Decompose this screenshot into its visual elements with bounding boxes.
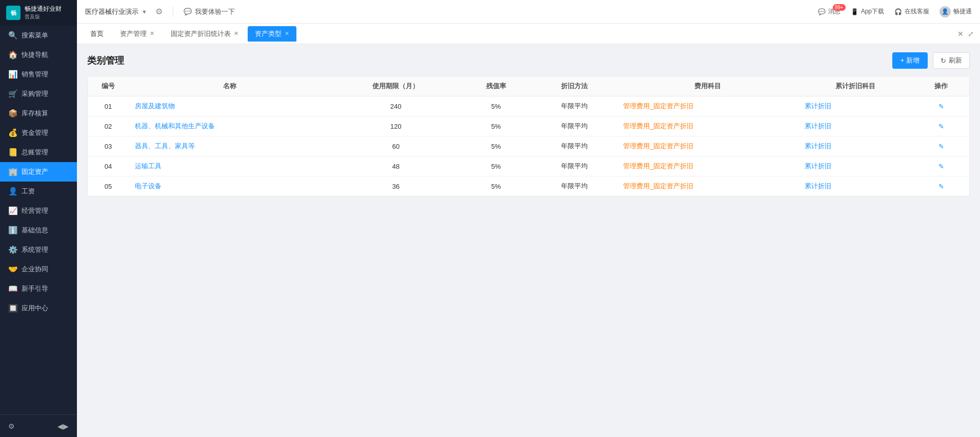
- col-method: 折旧方法: [531, 76, 617, 96]
- table-row: 05 电子设备 36 5% 年限平均 管理费用_固定资产折旧 累计折旧 ✎: [88, 176, 969, 196]
- col-accum-subject: 累计折旧科目: [798, 76, 913, 96]
- logo-title: 畅捷通好业财: [25, 5, 62, 13]
- cell-fee-subject: 管理费用_固定资产折旧: [617, 176, 798, 196]
- sidebar-item-funds[interactable]: 💰 资金管理: [0, 123, 77, 143]
- col-actions: 操作: [913, 76, 969, 96]
- tab-depreciation-stats-label: 固定资产折旧统计表: [171, 29, 231, 38]
- sidebar-item-quick-nav[interactable]: 🏠 快捷导航: [0, 45, 77, 65]
- edit-icon[interactable]: ✎: [938, 163, 944, 170]
- sidebar-logo: 畅 畅捷通好业财 普及版: [0, 0, 77, 26]
- cell-fee-subject: 管理费用_固定资产折旧: [617, 156, 798, 176]
- sidebar-item-label: 基础信息: [22, 226, 48, 235]
- cell-id: 05: [88, 176, 129, 196]
- tab-depreciation-stats[interactable]: 固定资产折旧统计表 ✕: [164, 26, 246, 42]
- app-download-button[interactable]: 📱 App下载: [851, 7, 884, 16]
- cell-accum-subject: 累计折旧: [798, 116, 913, 136]
- tab-asset-type[interactable]: 资产类型 ✕: [248, 26, 296, 42]
- sidebar-item-label: 采购管理: [22, 89, 48, 98]
- cell-edit[interactable]: ✎: [913, 176, 969, 196]
- col-id: 编号: [88, 76, 129, 96]
- cell-edit[interactable]: ✎: [913, 136, 969, 156]
- refresh-icon: ↻: [941, 57, 946, 65]
- refresh-button[interactable]: ↻ 刷新: [933, 52, 970, 69]
- sidebar-item-label: 资金管理: [22, 128, 48, 137]
- enterprise-icon: 🤝: [8, 265, 17, 274]
- cell-edit[interactable]: ✎: [913, 116, 969, 136]
- tab-home[interactable]: 首页: [83, 26, 111, 42]
- sidebar-item-sales[interactable]: 📊 销售管理: [0, 65, 77, 84]
- notifications-icon: 💬: [818, 8, 826, 15]
- cell-name[interactable]: 房屋及建筑物: [129, 96, 331, 116]
- tab-asset-type-close[interactable]: ✕: [285, 30, 289, 37]
- tab-asset-type-label: 资产类型: [255, 29, 282, 38]
- tab-asset-management[interactable]: 资产管理 ✕: [113, 26, 162, 42]
- settings-icon[interactable]: ⚙: [8, 422, 15, 430]
- cell-name[interactable]: 电子设备: [129, 176, 331, 196]
- project-selector[interactable]: 医疗器械行业演示 ▼: [85, 7, 147, 16]
- cell-edit[interactable]: ✎: [913, 96, 969, 116]
- cell-name[interactable]: 运输工具: [129, 156, 331, 176]
- user-profile-button[interactable]: 👤 畅捷通: [939, 6, 972, 17]
- feedback-button[interactable]: 💬 我要体验一下: [184, 7, 235, 16]
- table-row: 02 机器、机械和其他生产设备 120 5% 年限平均 管理费用_固定资产折旧 …: [88, 116, 969, 136]
- sidebar-item-label: 经营管理: [22, 206, 48, 215]
- sidebar-item-fixed-assets[interactable]: 🏢 固定资产: [0, 162, 77, 182]
- sidebar-item-basic-info[interactable]: ℹ️ 基础信息: [0, 221, 77, 240]
- sidebar-item-label: 企业协同: [22, 265, 48, 274]
- cell-id: 03: [88, 136, 129, 156]
- cell-residual: 5%: [461, 116, 531, 136]
- cell-months: 48: [331, 156, 461, 176]
- sidebar-item-inventory[interactable]: 📦 库存核算: [0, 104, 77, 123]
- tab-asset-management-close[interactable]: ✕: [150, 30, 154, 37]
- sidebar-nav: 🔍 搜索菜单 🏠 快捷导航 📊 销售管理 🛒 采购管理 📦 库存核算 💰 资金管…: [0, 26, 77, 414]
- notifications-button[interactable]: 💬 消息 99+: [818, 7, 841, 16]
- cell-accum-subject: 累计折旧: [798, 136, 913, 156]
- table-row: 04 运输工具 48 5% 年限平均 管理费用_固定资产折旧 累计折旧 ✎: [88, 156, 969, 176]
- tab-depreciation-stats-close[interactable]: ✕: [234, 30, 238, 37]
- tab-home-label: 首页: [90, 29, 104, 38]
- payroll-icon: 👤: [8, 187, 17, 196]
- project-settings-icon[interactable]: ⚙: [155, 7, 163, 16]
- edit-icon[interactable]: ✎: [938, 143, 944, 150]
- project-name: 医疗器械行业演示: [85, 7, 138, 16]
- sidebar-item-search[interactable]: 🔍 搜索菜单: [0, 26, 77, 45]
- sidebar-item-label: 库存核算: [22, 109, 48, 118]
- collapse-icon[interactable]: ◀▶: [57, 422, 69, 430]
- cell-months: 60: [331, 136, 461, 156]
- cell-residual: 5%: [461, 96, 531, 116]
- cell-accum-subject: 累计折旧: [798, 156, 913, 176]
- search-icon: 🔍: [8, 31, 17, 40]
- customer-service-button[interactable]: 🎧 在线客服: [894, 7, 929, 16]
- sidebar-item-label: 快捷导航: [22, 50, 48, 59]
- project-dropdown-icon: ▼: [142, 9, 147, 15]
- cell-accum-subject: 累计折旧: [798, 96, 913, 116]
- main-area: 医疗器械行业演示 ▼ ⚙ 💬 我要体验一下 💬 消息 99+ 📱 App下载 🎧…: [77, 0, 980, 437]
- tab-expand-icon[interactable]: ⤢: [968, 30, 974, 38]
- sidebar-item-general-ledger[interactable]: 📒 总账管理: [0, 143, 77, 162]
- sidebar-item-label: 新手引导: [22, 284, 48, 293]
- col-residual: 残值率: [461, 76, 531, 96]
- sidebar-item-label: 销售管理: [22, 70, 48, 79]
- cell-name[interactable]: 器具、工具、家具等: [129, 136, 331, 156]
- sidebar-item-system[interactable]: ⚙️ 系统管理: [0, 240, 77, 260]
- sidebar-item-operations[interactable]: 📈 经营管理: [0, 201, 77, 221]
- edit-icon[interactable]: ✎: [938, 183, 944, 190]
- cell-fee-subject: 管理费用_固定资产折旧: [617, 136, 798, 156]
- sidebar-item-purchase[interactable]: 🛒 采购管理: [0, 84, 77, 104]
- edit-icon[interactable]: ✎: [938, 123, 944, 130]
- edit-icon[interactable]: ✎: [938, 103, 944, 110]
- new-button[interactable]: + 新增: [892, 52, 928, 69]
- cell-method: 年限平均: [531, 116, 617, 136]
- cell-id: 01: [88, 96, 129, 116]
- table-row: 03 器具、工具、家具等 60 5% 年限平均 管理费用_固定资产折旧 累计折旧…: [88, 136, 969, 156]
- sidebar-item-app-center[interactable]: 🔲 应用中心: [0, 299, 77, 318]
- cell-edit[interactable]: ✎: [913, 156, 969, 176]
- tab-close-window-icon[interactable]: ✕: [957, 30, 964, 38]
- sidebar-item-guide[interactable]: 📖 新手引导: [0, 279, 77, 299]
- topbar: 医疗器械行业演示 ▼ ⚙ 💬 我要体验一下 💬 消息 99+ 📱 App下载 🎧…: [77, 0, 980, 24]
- sidebar-item-payroll[interactable]: 👤 工资: [0, 182, 77, 201]
- cell-name[interactable]: 机器、机械和其他生产设备: [129, 116, 331, 136]
- sidebar-item-enterprise[interactable]: 🤝 企业协同: [0, 260, 77, 279]
- col-name: 名称: [129, 76, 331, 96]
- sidebar-item-label: 搜索菜单: [22, 31, 48, 40]
